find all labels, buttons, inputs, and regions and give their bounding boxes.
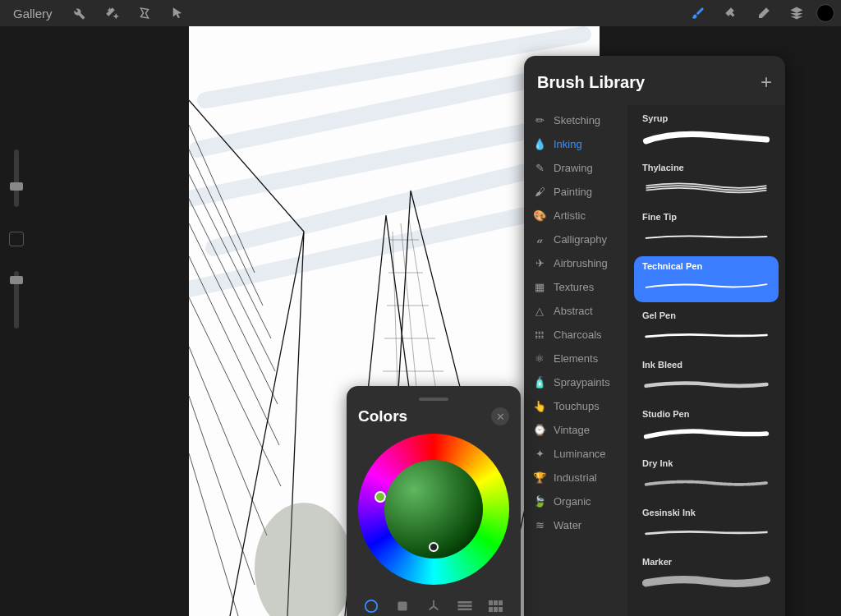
category-item-airbrushing[interactable]: ✈Airbrushing	[524, 251, 627, 275]
close-icon[interactable]: ✕	[491, 407, 509, 425]
category-label: Spraypaints	[554, 376, 610, 388]
category-label: Airbrushing	[554, 257, 608, 269]
category-icon: ⚛	[534, 353, 545, 365]
svg-rect-42	[499, 607, 503, 612]
brush-label: Fine Tip	[642, 212, 770, 222]
modifier-button[interactable]	[9, 232, 24, 246]
opacity-slider[interactable]	[14, 271, 19, 329]
category-label: Touchups	[554, 400, 600, 412]
category-label: Water	[554, 519, 581, 531]
category-item-touchups[interactable]: 👆Touchups	[524, 394, 627, 418]
saturation-disc[interactable]	[384, 460, 483, 559]
brush-preview	[642, 568, 770, 595]
category-label: Painting	[554, 186, 592, 198]
brush-item-ink-bleed[interactable]: Ink Bleed	[634, 355, 779, 401]
brush-preview	[642, 322, 770, 348]
brush-label: Marker	[642, 557, 770, 567]
category-item-industrial[interactable]: 🏆Industrial	[524, 466, 627, 490]
category-label: Luminance	[554, 448, 606, 460]
brush-preview	[642, 273, 770, 299]
category-icon: 🍃	[534, 496, 545, 508]
brush-preview	[642, 421, 770, 447]
brush-list: SyrupThylacineFine TipTechnical PenGel P…	[627, 105, 785, 616]
brush-item-dry-ink[interactable]: Dry Ink	[634, 453, 779, 499]
svg-rect-40	[489, 607, 493, 612]
color-swatch-button[interactable]	[816, 4, 834, 22]
category-item-vintage[interactable]: ⌚Vintage	[524, 418, 627, 442]
category-icon: 𝒶	[534, 234, 545, 246]
category-item-drawing[interactable]: ✎Drawing	[524, 156, 627, 180]
svg-point-32	[365, 600, 377, 612]
colors-panel[interactable]: Colors ✕	[347, 386, 521, 616]
category-item-water[interactable]: ≋Water	[524, 513, 627, 537]
category-item-sketching[interactable]: ✏Sketching	[524, 108, 627, 132]
gallery-button[interactable]: Gallery	[7, 3, 59, 24]
category-item-abstract[interactable]: △Abstract	[524, 299, 627, 323]
category-icon: 𝍖	[534, 329, 545, 341]
svg-rect-38	[494, 600, 498, 605]
panel-grab-handle[interactable]	[419, 398, 448, 401]
brush-label: Ink Bleed	[642, 360, 770, 370]
cursor-icon[interactable]	[164, 2, 191, 25]
category-icon: ✎	[534, 163, 545, 174]
brush-item-syrup[interactable]: Syrup	[634, 108, 779, 154]
colors-title: Colors	[358, 407, 407, 425]
brush-preview	[642, 223, 770, 250]
wand-icon[interactable]	[99, 2, 125, 25]
category-item-charcoals[interactable]: 𝍖Charcoals	[524, 323, 627, 347]
main-area: Colors ✕ Brush Library + ✏Sketching💧Inki…	[0, 26, 841, 616]
selection-icon[interactable]	[131, 2, 158, 25]
brush-preview	[642, 371, 770, 398]
brush-item-fine-tip[interactable]: Fine Tip	[634, 207, 779, 253]
brush-item-studio-pen[interactable]: Studio Pen	[634, 404, 779, 450]
brush-size-slider[interactable]	[14, 149, 19, 207]
category-icon: 👆	[534, 401, 545, 412]
category-item-luminance[interactable]: ✦Luminance	[524, 442, 627, 466]
brush-item-thylacine[interactable]: Thylacine	[634, 158, 779, 204]
category-label: Organic	[554, 495, 591, 508]
category-item-organic[interactable]: 🍃Organic	[524, 490, 627, 513]
brush-preview	[642, 519, 770, 545]
layers-icon[interactable]	[784, 2, 810, 25]
category-icon: ⌚	[534, 425, 545, 436]
top-toolbar: Gallery	[0, 0, 841, 26]
category-label: Abstract	[554, 305, 593, 317]
category-label: Elements	[554, 352, 598, 365]
svg-rect-37	[489, 600, 493, 605]
category-item-painting[interactable]: 🖌Painting	[524, 180, 627, 204]
category-icon: 🎨	[534, 210, 545, 222]
category-item-calligraphy[interactable]: 𝒶Calligraphy	[524, 228, 627, 251]
palettes-mode-icon[interactable]	[486, 596, 506, 616]
brush-label: Dry Ink	[642, 458, 770, 468]
brush-item-gel-pen[interactable]: Gel Pen	[634, 306, 779, 352]
smudge-icon[interactable]	[718, 2, 744, 25]
eraser-icon[interactable]	[751, 2, 777, 25]
category-label: Drawing	[554, 162, 593, 174]
sv-cursor[interactable]	[429, 542, 439, 552]
category-item-textures[interactable]: ▦Textures	[524, 275, 627, 299]
category-item-spraypaints[interactable]: 🧴Spraypaints	[524, 370, 627, 394]
disc-mode-icon[interactable]	[361, 596, 381, 616]
category-label: Artistic	[554, 209, 586, 222]
harmony-mode-icon[interactable]	[424, 596, 443, 616]
category-icon: 🖌	[534, 186, 545, 198]
category-item-inking[interactable]: 💧Inking	[524, 132, 627, 156]
category-item-artistic[interactable]: 🎨Artistic	[524, 204, 627, 228]
brush-item-marker[interactable]: Marker	[634, 552, 779, 598]
brush-label: Syrup	[642, 113, 770, 123]
category-item-elements[interactable]: ⚛Elements	[524, 347, 627, 370]
brush-icon[interactable]	[685, 2, 711, 25]
brush-library-title: Brush Library	[537, 73, 645, 92]
color-wheel[interactable]	[358, 434, 509, 585]
wrench-icon[interactable]	[66, 2, 92, 25]
svg-rect-34	[457, 601, 471, 604]
category-label: Industrial	[554, 471, 597, 484]
add-brush-icon[interactable]: +	[761, 71, 772, 94]
brush-item-gesinski-ink[interactable]: Gesinski Ink	[634, 503, 779, 549]
value-mode-icon[interactable]	[455, 596, 475, 616]
brush-preview	[642, 174, 770, 200]
brush-item-technical-pen[interactable]: Technical Pen	[634, 256, 779, 302]
category-label: Inking	[554, 138, 582, 150]
brush-label: Studio Pen	[642, 409, 770, 419]
classic-mode-icon[interactable]	[393, 596, 412, 616]
